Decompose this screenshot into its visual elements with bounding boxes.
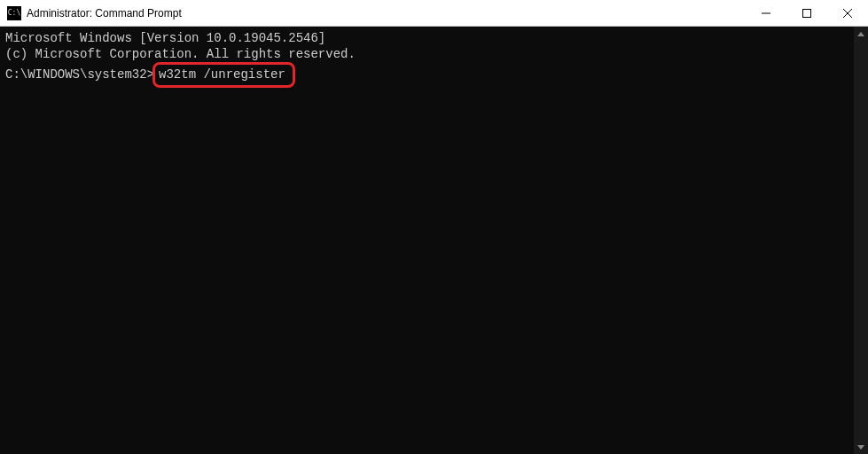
svg-rect-1: [803, 9, 811, 17]
close-icon: [843, 9, 852, 18]
vertical-scrollbar[interactable]: [854, 27, 868, 454]
cmd-icon: C:\: [7, 6, 21, 20]
maximize-button[interactable]: [786, 0, 827, 26]
command-highlight: w32tm /unregister: [152, 62, 295, 87]
command-prompt-window: C:\ Administrator: Command Prompt Micros…: [0, 0, 868, 454]
scroll-down-button[interactable]: [854, 440, 868, 454]
minimize-button[interactable]: [746, 0, 786, 26]
close-button[interactable]: [827, 0, 868, 26]
command-text: w32tm /unregister: [159, 67, 285, 82]
scroll-up-button[interactable]: [854, 27, 868, 41]
terminal-content[interactable]: Microsoft Windows [Version 10.0.19045.25…: [0, 27, 854, 454]
scrollbar-track[interactable]: [854, 41, 868, 440]
chevron-up-icon: [857, 32, 864, 36]
cmd-icon-label: C:\: [8, 9, 20, 17]
window-controls: [746, 0, 868, 26]
copyright-line: (c) Microsoft Corporation. All rights re…: [5, 46, 848, 62]
prompt-line: C:\WINDOWS\system32> w32tm /unregister: [5, 62, 848, 87]
terminal-area[interactable]: Microsoft Windows [Version 10.0.19045.25…: [0, 27, 868, 454]
version-line: Microsoft Windows [Version 10.0.19045.25…: [5, 30, 848, 46]
window-title: Administrator: Command Prompt: [27, 7, 746, 20]
maximize-icon: [802, 9, 811, 18]
prompt-text: C:\WINDOWS\system32>: [5, 67, 154, 82]
chevron-down-icon: [857, 445, 864, 450]
titlebar[interactable]: C:\ Administrator: Command Prompt: [0, 0, 868, 27]
minimize-icon: [762, 9, 770, 18]
